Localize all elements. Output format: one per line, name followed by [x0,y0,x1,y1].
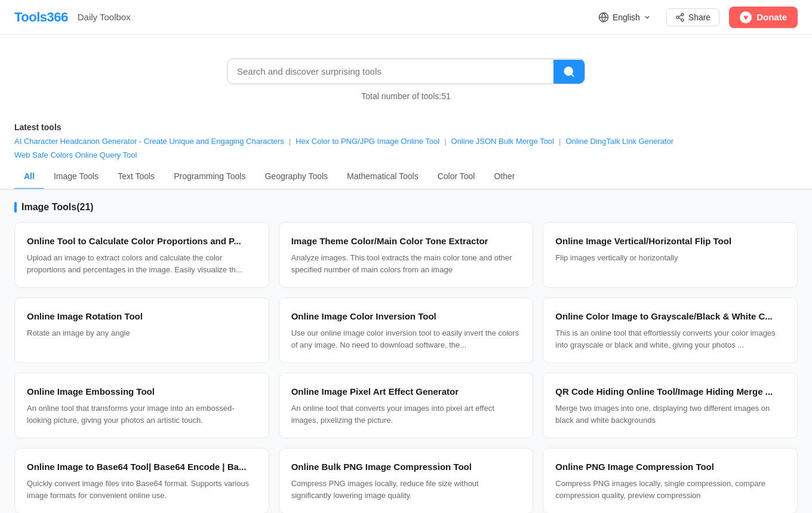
separator-1: | [289,137,291,146]
tab-image-tools[interactable]: Image Tools [44,164,108,190]
tool-card-desc: Quickly convert image files into Base64 … [27,478,257,501]
globe-icon [598,12,609,23]
tool-card-desc: Use our online image color inversion too… [291,327,521,351]
search-input[interactable] [227,59,553,84]
tool-card[interactable]: Online Image Pixel Art Effect Generator … [279,373,534,438]
tool-card-title: QR Code Hiding Online Tool/Image Hiding … [555,385,785,398]
chevron-down-icon [644,14,651,21]
latest-link-4[interactable]: Web Safe Colors Online Query Tool [14,150,137,159]
tool-card-desc: An online tool that converts your images… [291,403,521,426]
tab-geography-tools[interactable]: Geography Tools [255,164,337,190]
tool-card-title: Image Theme Color/Main Color Tone Extrac… [291,235,521,247]
tab-mathematical-tools[interactable]: Mathematical Tools [337,164,428,190]
search-button[interactable] [553,60,585,84]
donate-label: Donate [756,12,787,22]
tool-card-title: Online PNG Image Compression Tool [555,460,785,473]
tool-card[interactable]: Online Color Image to Grayscale/Black & … [543,297,798,363]
section-title: Image Tools(21) [14,202,798,213]
tool-card-desc: Compress PNG images locally, reduce file… [291,478,521,501]
header-left: Tools366 Daily Toolbox [14,10,131,25]
language-button[interactable]: English [592,8,657,26]
latest-link-2[interactable]: Online JSON Bulk Merge Tool [451,137,554,146]
tab-color-tool[interactable]: Color Tool [428,164,485,190]
share-label: Share [688,13,710,22]
tool-card[interactable]: Image Theme Color/Main Color Tone Extrac… [279,222,534,288]
tool-card-desc: Merge two images into one, displaying tw… [555,403,785,426]
latest-links: AI Character Headcanon Generator - Creat… [14,137,798,159]
header: Tools366 Daily Toolbox English Share ♥ [0,0,812,35]
donate-button[interactable]: ♥ Donate [729,7,798,28]
tool-card-title: Online Image Embossing Tool [27,385,257,398]
tool-card-title: Online Tool to Calculate Color Proportio… [27,235,257,247]
latest-link-0[interactable]: AI Character Headcanon Generator - Creat… [14,137,284,146]
search-box [227,59,585,84]
tool-card-desc: Flip images vertically or horizontally [555,252,785,264]
tool-card-desc: Upload an image to extract colors and ca… [27,252,257,275]
svg-line-5 [679,18,682,20]
tool-card-desc: Analyze images. This tool extracts the m… [291,252,521,275]
tool-card[interactable]: QR Code Hiding Online Tool/Image Hiding … [543,373,798,438]
header-right: English Share ♥ Donate [592,7,798,28]
tool-card-title: Online Image Color Inversion Tool [291,310,521,322]
tool-card[interactable]: Online Image Rotation Tool Rotate an ima… [14,297,269,363]
tool-grid: Online Tool to Calculate Color Proportio… [14,222,798,513]
tool-card-title: Online Color Image to Grayscale/Black & … [555,310,785,322]
tool-card[interactable]: Online Image Color Inversion Tool Use ou… [279,297,534,363]
search-area: Total number of tools:51 [0,35,812,113]
separator-2: | [444,137,446,146]
tab-other[interactable]: Other [484,164,524,190]
tool-card-desc: An online tool that transforms your imag… [27,403,257,426]
svg-line-6 [679,15,682,17]
daily-toolbox-label: Daily Toolbox [78,12,131,22]
svg-line-8 [571,73,574,76]
tool-card[interactable]: Online Bulk PNG Image Compression Tool C… [279,448,534,513]
tool-card[interactable]: Online PNG Image Compression Tool Compre… [543,448,798,513]
latest-link-1[interactable]: Hex Color to PNG/JPG Image Online Tool [296,137,439,146]
tool-card-title: Online Image to Base64 Tool| Base64 Enco… [27,460,257,473]
tool-card-desc: Rotate an image by any angle [27,327,257,339]
latest-label: Latest tools [14,122,798,132]
latest-link-3[interactable]: Online DingTalk Link Generator [565,137,673,146]
tool-card-title: Online Bulk PNG Image Compression Tool [291,460,521,473]
tabs: All Image Tools Text Tools Programming T… [0,164,812,190]
tab-programming-tools[interactable]: Programming Tools [164,164,255,190]
logo[interactable]: Tools366 [14,10,68,25]
tool-card[interactable]: Online Image Embossing Tool An online to… [14,373,269,438]
tool-card-title: Online Image Pixel Art Effect Generator [291,385,521,398]
tool-card[interactable]: Online Image to Base64 Tool| Base64 Enco… [14,448,269,513]
total-tools-label: Total number of tools:51 [361,91,450,101]
separator-3: | [559,137,561,146]
tool-card[interactable]: Online Image Vertical/Horizontal Flip To… [543,222,798,288]
language-label: English [613,13,640,22]
latest-section: Latest tools AI Character Headcanon Gene… [0,113,812,164]
tab-all[interactable]: All [14,164,44,190]
share-icon [675,13,685,22]
tool-card-desc: This is an online tool that effortlessly… [555,327,785,351]
tool-card-desc: Compress PNG images locally, single comp… [555,478,785,501]
main-content: Image Tools(21) Online Tool to Calculate… [0,190,812,513]
tool-card-title: Online Image Vertical/Horizontal Flip To… [555,235,785,247]
tool-card[interactable]: Online Tool to Calculate Color Proportio… [14,222,269,288]
share-button[interactable]: Share [666,8,719,26]
tab-text-tools[interactable]: Text Tools [108,164,164,190]
tool-card-title: Online Image Rotation Tool [27,310,257,322]
kofi-icon: ♥ [740,11,752,23]
search-icon [563,66,575,78]
